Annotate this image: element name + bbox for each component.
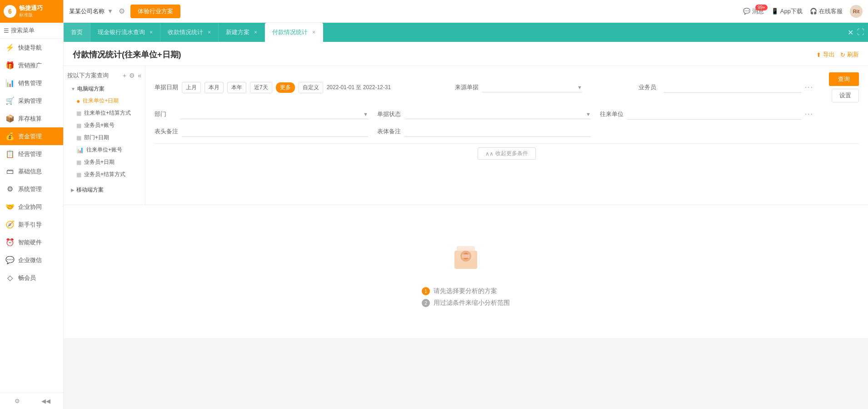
date-btn-last-month[interactable]: 上月 xyxy=(182,82,201,93)
partner-label: 往来单位 xyxy=(600,110,624,118)
settings-btn[interactable]: 设置 xyxy=(832,89,859,102)
sidebar-settings-btn[interactable]: ⚙ xyxy=(5,398,30,404)
filter-section: 按以下方案查询 + ⚙ « ▼ 电脑端方案 ● 往来单位+日期 xyxy=(64,66,868,205)
empty-illustration xyxy=(443,232,489,278)
salesman-more-icon[interactable]: ··· xyxy=(805,83,813,91)
date-label: 单据日期 xyxy=(155,83,178,91)
schema-item-salesman-settle[interactable]: ▦ 业务员+结算方式 xyxy=(67,168,141,181)
tab-new-plan[interactable]: 新建方案 × xyxy=(219,23,265,42)
online-service-btn[interactable]: 🎧 在线客服 xyxy=(810,7,843,15)
schema-group-desktop-title[interactable]: ▼ 电脑端方案 xyxy=(67,83,141,95)
schema-item-dept-date[interactable]: ▦ 部门+日期 xyxy=(67,131,141,144)
date-range: 2022-01-01 至 2022-12-31 xyxy=(327,84,391,91)
schema-mobile-arrow-icon: ▶ xyxy=(71,187,75,192)
company-selector[interactable]: 某某公司名称 ▼ xyxy=(69,7,113,15)
salesman-input[interactable] xyxy=(664,82,801,93)
schema-header: 按以下方案查询 + ⚙ « xyxy=(67,71,141,80)
sidebar-item-guide[interactable]: 🧭 新手引导 xyxy=(0,216,63,233)
doc-status-wrapper[interactable]: ▼ xyxy=(404,110,591,119)
doc-status-chevron-icon: ▼ xyxy=(586,111,591,117)
tab-payment-stats-close-icon[interactable]: × xyxy=(312,29,315,35)
search-menu-icon: ☰ xyxy=(4,27,9,34)
tab-receipt-stats[interactable]: 收款情况统计 × xyxy=(160,23,219,42)
schema-item-salesman-account[interactable]: ▦ 业务员+账号 xyxy=(67,119,141,131)
tabs-expand-icon[interactable]: ⛶ xyxy=(857,28,864,36)
sidebar-item-system[interactable]: ⚙ 系统管理 xyxy=(0,180,63,198)
app-download-btn[interactable]: 📱 App下载 xyxy=(771,7,803,15)
doc-status-label: 单据状态 xyxy=(377,110,401,118)
export-btn[interactable]: ⬆ 导出 xyxy=(816,50,835,59)
source-label: 来源单据 xyxy=(455,83,479,91)
sidebar-item-purchase[interactable]: 🛒 采购管理 xyxy=(0,92,63,110)
tab-home[interactable]: 首页 xyxy=(64,23,90,42)
tab-payment-stats-label: 付款情况统计 xyxy=(272,28,308,36)
schema-group-mobile-title[interactable]: ▶ 移动端方案 xyxy=(67,184,141,196)
tab-new-plan-close-icon[interactable]: × xyxy=(254,29,257,35)
notification-btn[interactable]: 💬 消息 99+ xyxy=(743,7,764,15)
main-content: 某某公司名称 ▼ ⚙ 体验行业方案 💬 消息 99+ 📱 App下载 🎧 在线客… xyxy=(64,0,868,409)
collapse-icon: ◀◀ xyxy=(41,398,50,404)
sidebar-item-weixin[interactable]: 💬 企业微信 xyxy=(0,251,63,269)
date-field: 单据日期 上月 本月 本年 近7天 更多 自定义 2022-01-01 至 20… xyxy=(155,82,446,93)
schema-add-icon[interactable]: + xyxy=(123,72,126,79)
tabs-close-all-icon[interactable]: ✕ xyxy=(848,28,853,37)
salesman-field: 业务员 ··· xyxy=(639,82,813,93)
sidebar-item-member[interactable]: ◇ 畅会员 xyxy=(0,269,63,287)
sidebar-item-inventory[interactable]: 📦 库存核算 xyxy=(0,110,63,127)
body-remark-field: 表体备注 xyxy=(377,126,591,137)
dept-chevron-icon: ▼ xyxy=(363,111,368,117)
body-remark-input[interactable] xyxy=(404,126,591,137)
page-content: 付款情况统计(往来单位+日期) ⬆ 导出 ↻ 刷新 按以下方案查询 + xyxy=(64,42,868,409)
sidebar-item-sales[interactable]: 📊 销售管理 xyxy=(0,74,63,92)
collapse-btn[interactable]: ∧∧ 收起更多条件 xyxy=(478,147,536,160)
sidebar-item-finance[interactable]: 💰 资金管理 xyxy=(0,127,63,145)
sidebar-bottom: ⚙ ◀◀ xyxy=(0,393,63,409)
date-btn-this-month[interactable]: 本月 xyxy=(205,82,224,93)
header-remark-input[interactable] xyxy=(182,126,368,137)
tab-bank-flow[interactable]: 现金银行流水查询 × xyxy=(90,23,160,42)
partner-more-icon[interactable]: ··· xyxy=(805,110,813,118)
empty-hints: 1 请先选择要分析的方案 2 用过滤条件来缩小分析范围 xyxy=(422,287,510,311)
refresh-btn[interactable]: ↻ 刷新 xyxy=(840,50,859,59)
body-remark-label: 表体备注 xyxy=(377,127,401,136)
dept-field: 部门 ▼ xyxy=(155,110,368,119)
date-btn-this-year[interactable]: 本年 xyxy=(227,82,246,93)
sidebar-item-quick-nav[interactable]: ⚡ 快捷导航 xyxy=(0,39,63,56)
export-icon: ⬆ xyxy=(816,51,821,58)
sidebar-item-marketing[interactable]: 🎁 营销推广 xyxy=(0,56,63,74)
tab-bank-flow-close-icon[interactable]: × xyxy=(150,29,153,35)
lightning-icon: ⚡ xyxy=(5,43,15,52)
sidebar-item-corp[interactable]: 🤝 企业协同 xyxy=(0,198,63,216)
schema-collapse-icon[interactable]: « xyxy=(138,72,141,79)
schema-grid-icon-3: ▦ xyxy=(76,135,81,141)
sidebar-collapse-btn[interactable]: ◀◀ xyxy=(34,398,59,404)
dept-select-wrapper[interactable]: ▼ xyxy=(180,110,368,119)
schema-sidebar: 按以下方案查询 + ⚙ « ▼ 电脑端方案 ● 往来单位+日期 xyxy=(64,66,145,205)
sidebar-item-operation[interactable]: 📋 经营管理 xyxy=(0,145,63,163)
schema-item-unit-settle[interactable]: ▦ 往来单位+结算方式 xyxy=(67,107,141,119)
query-btn[interactable]: 查询 xyxy=(829,72,859,86)
schema-item-unit-date[interactable]: ● 往来单位+日期 xyxy=(67,95,141,107)
topbar: 某某公司名称 ▼ ⚙ 体验行业方案 💬 消息 99+ 📱 App下载 🎧 在线客… xyxy=(64,0,868,23)
tab-receipt-stats-close-icon[interactable]: × xyxy=(208,29,211,35)
date-btn-7days[interactable]: 近7天 xyxy=(250,82,272,93)
trial-btn[interactable]: 体验行业方案 xyxy=(130,5,180,18)
gear-icon: ⚙ xyxy=(5,185,15,193)
schema-settings-icon[interactable]: ⚙ xyxy=(129,72,135,79)
date-btn-more[interactable]: 更多 xyxy=(276,82,295,93)
user-avatar[interactable]: Rit xyxy=(850,5,863,18)
topbar-gear-icon[interactable]: ⚙ xyxy=(119,7,125,15)
schema-grid-icon-5: ▦ xyxy=(76,172,81,178)
sidebar-item-basic[interactable]: 🗃 基础信息 xyxy=(0,163,63,180)
search-menu[interactable]: ☰ 搜索菜单 xyxy=(0,23,63,39)
schema-title: 按以下方案查询 xyxy=(67,71,109,80)
filter-action-buttons: 查询 设置 xyxy=(823,72,859,102)
tab-payment-stats[interactable]: 付款情况统计 × xyxy=(265,23,323,42)
sidebar-item-hardware[interactable]: ⏰ 智能硬件 xyxy=(0,233,63,251)
partner-input[interactable] xyxy=(627,109,801,120)
mobile-icon: 📱 xyxy=(771,8,778,15)
source-value xyxy=(482,86,577,89)
schema-item-unit-account[interactable]: 📊 往来单位+账号 xyxy=(67,144,141,156)
date-btn-custom[interactable]: 自定义 xyxy=(299,82,323,93)
schema-item-salesman-date[interactable]: ▦ 业务员+日期 xyxy=(67,156,141,168)
